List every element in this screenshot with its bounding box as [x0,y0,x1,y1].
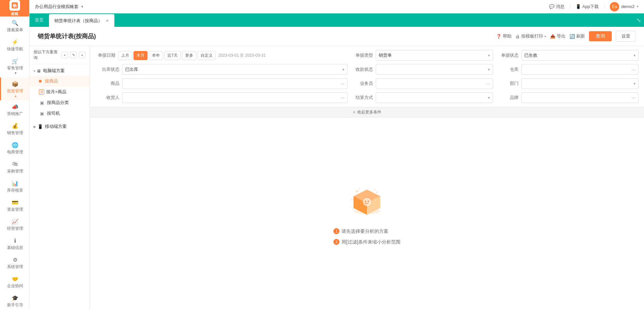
sidebar-item-basic[interactable]: ℹ 基础信息 [0,234,30,253]
filter-doc-status: 单据状态 已生效 ▾ [498,50,639,61]
sidebar-item-system[interactable]: ⚙ 系统管理 [0,253,30,272]
ecommerce-icon: 🌐 [11,141,19,149]
product-control[interactable]: ··· [122,78,347,89]
scheme-item-by-product[interactable]: 按商品 [30,76,90,87]
tab-expand-button[interactable]: ⤡ [633,15,644,25]
doc-status-value: 已生效 [524,52,632,58]
department-control[interactable]: ▾ [521,78,639,89]
scheme-add-icon[interactable]: + [61,52,68,58]
print-label: 按模板打印 [521,33,543,39]
purchase-icon: 🛍 [11,160,19,168]
sidebar-item-wholesale-label: 批发管理 [7,88,23,94]
tip-num-1: 1 [333,228,339,234]
empty-tip-1: 1 请先选择要分析的方案 [333,226,400,236]
sidebar-item-inventory-label: 库存核算 [7,188,23,193]
settlement-label: 结算方式 [353,95,373,101]
refresh-action[interactable]: 🔄 刷新 [570,33,585,39]
receipt-status-control[interactable]: ▾ [376,64,493,75]
date-btn-last7[interactable]: 近7天 [164,51,181,60]
print-icon: 🖨 [516,34,520,39]
date-btn-last-month[interactable]: 上月 [118,51,132,60]
sidebar-item-purchase[interactable]: 🛍 采购管理 [0,158,30,177]
export-icon: 📤 [550,34,555,39]
sidebar-item-retail[interactable]: 🛒 零售管理 ▾ [0,55,30,78]
brand-control[interactable]: ··· [521,92,639,103]
sidebar-item-guide[interactable]: 🎓 新手引导 [0,292,30,310]
system-icon: ⚙ [11,256,19,263]
topbar-dropdown-arrow[interactable]: ▾ [81,4,84,9]
sidebar-item-sales-label: 销售管理 [7,130,23,136]
user-action[interactable]: Ea demo2 ▾ [610,2,639,11]
filter-receiver: 收货人 ··· [95,92,347,103]
scheme-panel-title: 按以下方案查询 [34,49,61,61]
scheme-item-by-cashier[interactable]: ▣ 按司机 [30,108,90,119]
department-arrow: ▾ [634,82,636,86]
empty-state: 1 请先选择要分析的方案 2 用[过滤]条件来缩小分析范围 [90,117,644,310]
download-label: App下载 [582,4,599,10]
scheme-edit-icon[interactable]: ✎ [70,52,77,58]
avatar-initials: Ea [612,4,617,9]
svg-point-8 [368,201,369,202]
scheme-item-by-month-product[interactable]: 月 按月+商品 [30,87,90,97]
salesperson-control[interactable]: ··· [376,78,493,89]
tab-sales-stat[interactable]: 销货单统计表（按商品） ✕ [49,14,114,28]
date-btn-this-year[interactable]: 本年 [149,51,163,60]
download-action[interactable]: 📱 App下载 [576,4,599,10]
settlement-control[interactable]: ▾ [376,92,493,103]
message-action[interactable]: 💬 消息 [549,4,565,10]
query-button[interactable]: 查询 [589,31,612,41]
doc-type-control[interactable]: 销货单 ▾ [376,50,493,61]
desktop-icon: 🖥 [37,68,41,73]
scheme-group-pc: ▾ 🖥 电脑端方案 按商品 月 按月+商品 ▣ 按商品分类 [30,64,90,120]
print-action[interactable]: 🖨 按模板打印 ▾ [516,33,546,39]
sidebar-item-ecommerce[interactable]: 🌐 电商管理 [0,139,30,158]
sidebar-item-inventory[interactable]: 📊 库存核算 [0,177,30,196]
date-btn-custom[interactable]: 自定义 [198,51,216,60]
sidebar-item-marketing[interactable]: 📣 营销推广 [0,100,30,119]
scheme-group-pc-header[interactable]: ▾ 🖥 电脑端方案 [30,66,90,76]
scheme-item-by-month-product-label: 按月+商品 [46,89,66,95]
user-dropdown-arrow: ▾ [637,4,639,9]
receiver-control[interactable]: ··· [122,92,347,103]
warehouse-out-control[interactable]: 已出库 ▾ [122,64,347,75]
settlement-arrow: ▾ [488,96,490,100]
settings-button[interactable]: 设置 [616,31,636,42]
tab-home[interactable]: 首页 [30,13,49,27]
date-btn-more[interactable]: 更多 [182,51,196,60]
scheme-group-mobile-header[interactable]: ▶ 📱 移动端方案 [30,121,90,132]
doc-type-label: 单据类型 [353,52,373,58]
sidebar-item-sales[interactable]: 💰 销售管理 [0,119,30,139]
sidebar-item-shortcut[interactable]: ⚡ 快捷导航 [0,36,30,55]
sidebar-item-wholesale[interactable]: 📦 批发管理 ▴ [0,78,30,100]
retail-icon: 🛒 [11,57,19,65]
export-action[interactable]: 📤 导出 [550,33,566,39]
content-area: 销货单统计表(按商品) ❓ 帮助 🖨 按模板打印 ▾ 📤 导出 🔄 刷新 [30,27,644,310]
tab-home-label: 首页 [35,17,44,23]
active-dot [39,80,42,83]
sidebar-item-basic-label: 基础信息 [7,245,23,251]
sidebar-item-operations[interactable]: 📈 经营管理 [0,215,30,234]
finance-icon: 💳 [11,199,19,206]
doc-status-control[interactable]: 已生效 ▾ [521,50,639,61]
warehouse-control[interactable]: ··· [521,64,639,75]
date-btn-this-month[interactable]: 本月 [133,51,148,60]
help-action[interactable]: ❓ 帮助 [496,33,512,39]
filter-salesperson: 业务员 ··· [353,78,493,89]
refresh-icon: 🔄 [570,34,575,39]
right-area: 单据日期 上月 本月 本年 近7天 更多 自定义 2023-03-01 至 20… [90,46,644,310]
scheme-item-by-category[interactable]: ▣ 按商品分类 [30,97,90,108]
filter-department: 部门 ▾ [498,78,639,89]
inventory-icon: 📊 [11,179,19,187]
sidebar-item-search[interactable]: 🔍 搜索菜单 [0,16,30,36]
sidebar-item-finance[interactable]: 💳 资金管理 [0,196,30,215]
tab-close-icon[interactable]: ✕ [106,18,109,23]
sidebar-item-enterprise-label: 企业协同 [7,283,23,289]
filter-warehouse: 仓库 ··· [498,64,639,75]
product-dots: ··· [341,81,345,86]
sidebar-item-enterprise[interactable]: 🤝 企业协同 [0,272,30,292]
collapse-label: ∧ 收起更多条件 [353,109,381,115]
sidebar-item-marketing-label: 营销推广 [7,111,23,117]
scheme-collapse-icon[interactable]: « [79,52,86,58]
collapse-bar[interactable]: ∧ 收起更多条件 [90,107,644,117]
date-range-text: 2023-03-01 至 2023-03-31 [218,53,266,58]
